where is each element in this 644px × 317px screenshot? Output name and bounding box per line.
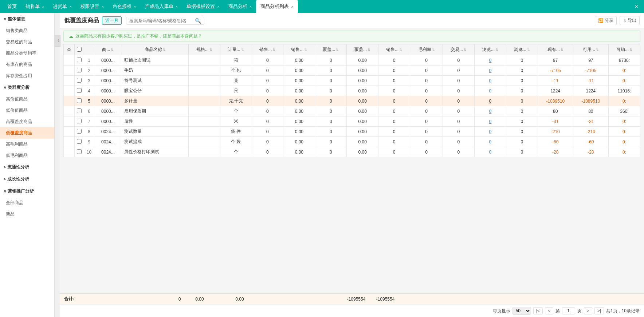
- col-sales-amt[interactable]: 销售...⇅: [283, 44, 315, 55]
- cell-browse1[interactable]: 0: [474, 96, 506, 106]
- row-checkbox[interactable]: [77, 68, 82, 72]
- search-input[interactable]: [129, 18, 195, 23]
- sidebar-item-low-margin[interactable]: 低毛利商品: [0, 150, 54, 161]
- cell-checkbox[interactable]: [75, 127, 84, 137]
- data-table-wrapper[interactable]: ⚙ 商...⇅ 商品名称⇅ 规格...⇅ 计量...⇅ 销售...⇅ 销售...…: [63, 44, 640, 293]
- cell-checkbox[interactable]: [75, 137, 84, 147]
- nav-home[interactable]: 首页: [3, 0, 21, 13]
- cell-browse1[interactable]: 0: [474, 55, 506, 66]
- col-cover2[interactable]: 覆盖...⇅: [347, 44, 378, 55]
- col-browse2[interactable]: 浏览...⇅: [506, 44, 538, 55]
- col-gross-rate[interactable]: 毛利率⇅: [410, 44, 443, 55]
- sidebar-item-sales-goods[interactable]: 销售类商品: [0, 25, 54, 36]
- row-checkbox[interactable]: [77, 58, 82, 62]
- cell-browse2: 0: [506, 55, 538, 66]
- cell-browse1[interactable]: 0: [474, 66, 506, 76]
- sidebar-section-overall[interactable]: ∨ 整体信息: [0, 13, 54, 25]
- cell-browse1[interactable]: 0: [474, 137, 506, 147]
- cell-checkbox[interactable]: [75, 116, 84, 127]
- sidebar-item-low-coverage[interactable]: 低覆盖度商品: [0, 127, 54, 139]
- sidebar-section-marketing[interactable]: ∨ 营销推广分析: [0, 185, 54, 197]
- cell-browse1[interactable]: 0: [474, 116, 506, 127]
- search-icon[interactable]: 🔍: [195, 18, 201, 24]
- cell-checkbox[interactable]: [75, 55, 84, 66]
- sidebar-collapse-button[interactable]: 《: [55, 35, 60, 47]
- row-checkbox[interactable]: [77, 139, 82, 144]
- col-spec[interactable]: 规格...⇅: [188, 44, 220, 55]
- share-button[interactable]: 🔁 分享: [595, 16, 617, 25]
- close-purchase-icon[interactable]: ×: [69, 4, 71, 9]
- close-warehouse-icon[interactable]: ×: [176, 4, 178, 9]
- col-available[interactable]: 可用...⇅: [573, 44, 608, 55]
- sidebar-section-growth[interactable]: > 成长性分析: [0, 173, 54, 185]
- row-checkbox[interactable]: [77, 108, 82, 113]
- nav-product-warehouse[interactable]: 产成品入库单 ×: [141, 0, 182, 13]
- first-page-button[interactable]: |<: [533, 307, 543, 314]
- cell-checkbox[interactable]: [75, 96, 84, 106]
- sidebar-item-high-margin[interactable]: 高毛利商品: [0, 139, 54, 150]
- nav-goods-analysis-list[interactable]: 商品分析列表 ×: [256, 0, 298, 13]
- sidebar-item-all-goods[interactable]: 全部商品: [0, 197, 54, 209]
- col-goods-name[interactable]: 商品名称⇅: [122, 44, 188, 55]
- close-template-icon[interactable]: ×: [217, 4, 219, 9]
- cell-checkbox[interactable]: [75, 147, 84, 157]
- sidebar-item-new-goods[interactable]: 新品: [0, 209, 54, 220]
- close-analysis-icon[interactable]: ×: [250, 4, 252, 9]
- col-unit[interactable]: 计量...⇅: [220, 44, 252, 55]
- nav-template-settings[interactable]: 单据模板设置 ×: [182, 0, 224, 13]
- export-button[interactable]: ⇩ 导出: [620, 16, 640, 25]
- close-permissions-icon[interactable]: ×: [102, 4, 104, 9]
- row-checkbox[interactable]: [77, 149, 82, 154]
- col-trade[interactable]: 交易...⇅: [443, 44, 474, 55]
- sidebar-item-high-coverage[interactable]: 高覆盖度商品: [0, 116, 54, 127]
- col-sales-qty[interactable]: 销售...⇅: [252, 44, 283, 55]
- sidebar-section-flow[interactable]: > 流通性分析: [0, 161, 54, 173]
- row-checkbox[interactable]: [77, 88, 82, 93]
- col-sellable[interactable]: 可销...⇅: [608, 44, 640, 55]
- col-goods-code[interactable]: 商...⇅: [94, 44, 122, 55]
- sidebar-item-stocked-goods[interactable]: 有库存的商品: [0, 59, 54, 70]
- select-all-checkbox[interactable]: [77, 47, 82, 52]
- cell-checkbox[interactable]: [75, 66, 84, 76]
- nav-purchase[interactable]: 进货单 ×: [48, 0, 76, 13]
- settings-icon[interactable]: ⚙: [67, 47, 71, 52]
- close-role-icon[interactable]: ×: [134, 4, 136, 9]
- col-settings[interactable]: ⚙: [64, 44, 75, 55]
- row-checkbox[interactable]: [77, 119, 82, 123]
- cell-browse1[interactable]: 0: [474, 76, 506, 86]
- cell-checkbox[interactable]: [75, 86, 84, 96]
- col-browse1[interactable]: 浏览...⇅: [474, 44, 506, 55]
- table-row: 4 0000... 眼宝公仔 只 0 0.00 0 0.00 0 0 0 0 0…: [64, 86, 640, 96]
- filter-period-button[interactable]: 近一月: [102, 16, 122, 25]
- cell-browse1[interactable]: 0: [474, 86, 506, 96]
- page-input[interactable]: [562, 307, 575, 314]
- row-checkbox[interactable]: [77, 129, 82, 134]
- nav-permissions[interactable]: 权限设置 ×: [76, 0, 108, 13]
- window-close-button[interactable]: ×: [632, 3, 641, 10]
- prev-page-button[interactable]: <: [545, 307, 553, 314]
- nav-role-auth[interactable]: 角色授权 ×: [108, 0, 140, 13]
- nav-sales[interactable]: 销售单 ×: [21, 0, 48, 13]
- sidebar-item-category-sales-rate[interactable]: 商品分类动销率: [0, 48, 54, 59]
- sidebar-item-traded-goods[interactable]: 交易过的商品: [0, 36, 54, 48]
- close-analysis-list-icon[interactable]: ×: [291, 4, 293, 9]
- col-current[interactable]: 现有...⇅: [538, 44, 573, 55]
- row-checkbox[interactable]: [77, 78, 82, 83]
- close-sales-icon[interactable]: ×: [42, 4, 44, 9]
- next-page-button[interactable]: >: [584, 307, 592, 314]
- sidebar-section-cluster[interactable]: ∨ 类群度分析: [0, 82, 54, 94]
- last-page-button[interactable]: >|: [594, 307, 604, 314]
- cell-checkbox[interactable]: [75, 76, 84, 86]
- sidebar-item-high-value[interactable]: 高价值商品: [0, 94, 54, 105]
- col-sales3[interactable]: 销售...⇅: [378, 44, 410, 55]
- page-size-select[interactable]: 20 50 100 200: [513, 307, 531, 315]
- row-checkbox[interactable]: [77, 98, 82, 103]
- sidebar-item-inventory-capital[interactable]: 库存资金占用: [0, 70, 54, 82]
- col-cover1[interactable]: 覆盖...⇅: [315, 44, 347, 55]
- cell-browse1[interactable]: 0: [474, 147, 506, 157]
- nav-goods-analysis[interactable]: 商品分析 ×: [224, 0, 256, 13]
- cell-browse1[interactable]: 0: [474, 127, 506, 137]
- sidebar-item-low-value[interactable]: 低价值商品: [0, 105, 54, 116]
- cell-checkbox[interactable]: [75, 106, 84, 116]
- cell-browse1[interactable]: 0: [474, 106, 506, 116]
